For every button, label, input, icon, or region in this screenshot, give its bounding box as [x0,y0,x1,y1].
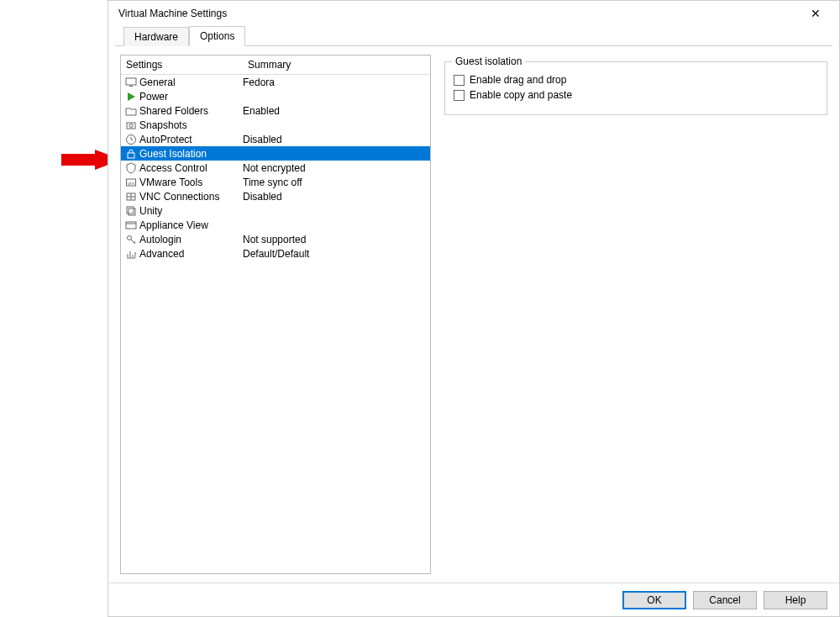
lock-icon [124,147,138,161]
settings-row-appliance-view[interactable]: Appliance View [121,218,430,232]
settings-row-access-control[interactable]: Access ControlNot encrypted [121,161,430,175]
enable-copy-paste-checkbox[interactable]: Enable copy and paste [454,89,818,101]
settings-row-general[interactable]: GeneralFedora [121,75,430,89]
row-label: Power [139,91,243,103]
svg-rect-12 [129,208,135,215]
row-summary: Fedora [243,76,427,88]
row-summary: Not supported [243,234,427,245]
window-title: Virtual Machine Settings [115,8,799,19]
row-label: VNC Connections [139,191,243,203]
settings-row-shared-folders[interactable]: Shared FoldersEnabled [121,103,430,118]
svg-point-5 [129,124,133,127]
settings-dialog: Virtual Machine Settings ✕ Hardware Opti… [108,0,840,617]
row-label: Snapshots [139,119,243,131]
details-panel: Guest isolation Enable drag and drop Ena… [444,55,827,574]
checkbox-icon [454,90,465,101]
group-title: Guest isolation [452,55,525,67]
grid-icon [124,190,138,203]
close-button[interactable]: ✕ [799,7,832,20]
settings-row-guest-isolation[interactable]: Guest Isolation [121,146,430,161]
help-button[interactable]: Help [764,591,827,609]
settings-row-unity[interactable]: Unity [121,203,430,218]
shield-icon [124,161,138,175]
row-summary: Default/Default [243,248,427,260]
cancel-button[interactable]: Cancel [693,591,757,609]
dialog-body: Settings Summary GeneralFedoraPowerShare… [108,46,839,583]
screen-icon [124,219,138,232]
row-label: Appliance View [139,219,243,231]
svg-marker-3 [128,92,135,101]
tab-hardware[interactable]: Hardware [123,27,189,46]
settings-row-snapshots[interactable]: Snapshots [121,118,430,132]
vm-icon: vm [124,176,138,189]
column-settings[interactable]: Settings [121,55,243,74]
settings-row-vnc-connections[interactable]: VNC ConnectionsDisabled [121,189,430,203]
row-label: Access Control [139,162,243,174]
column-summary[interactable]: Summary [243,55,430,74]
window-icon [124,204,138,218]
svg-point-14 [128,235,132,240]
row-summary: Time sync off [243,177,427,188]
settings-row-vmware-tools[interactable]: vmVMware ToolsTime sync off [121,175,430,189]
row-label: VMware Tools [139,177,243,188]
row-summary: Disabled [243,191,427,203]
svg-rect-7 [128,153,134,158]
svg-rect-2 [129,86,133,87]
checkbox-label: Enable copy and paste [470,89,572,101]
settings-row-advanced[interactable]: AdvancedDefault/Default [121,246,430,261]
ok-button[interactable]: OK [622,591,686,609]
titlebar: Virtual Machine Settings ✕ [108,1,839,26]
row-label: Unity [139,205,243,217]
row-label: Guest Isolation [139,148,243,160]
settings-list[interactable]: GeneralFedoraPowerShared FoldersEnabledS… [121,75,430,573]
key-icon [124,233,138,246]
monitor-icon [124,76,138,89]
svg-rect-1 [126,78,136,85]
row-summary: Enabled [243,105,427,117]
chart-icon [124,247,138,261]
checkbox-label: Enable drag and drop [470,74,566,86]
row-label: AutoProtect [139,134,243,145]
dialog-footer: OK Cancel Help [108,583,839,616]
tab-strip: Hardware Options [115,26,832,46]
play-icon [124,90,138,103]
list-header: Settings Summary [121,55,430,75]
row-label: Shared Folders [139,105,243,117]
tab-options[interactable]: Options [189,26,245,46]
folder-icon [124,104,138,118]
row-label: General [139,76,243,88]
svg-text:vm: vm [128,180,134,185]
row-label: Advanced [139,248,243,260]
svg-rect-11 [127,207,134,214]
svg-rect-13 [126,222,136,229]
guest-isolation-group: Guest isolation Enable drag and drop Ena… [444,61,827,115]
checkbox-icon [454,75,465,86]
settings-row-autologin[interactable]: AutologinNot supported [121,232,430,246]
settings-row-power[interactable]: Power [121,89,430,103]
camera-icon [124,119,138,132]
row-summary: Disabled [243,134,427,145]
enable-drag-drop-checkbox[interactable]: Enable drag and drop [454,74,818,86]
clock-icon [124,133,138,146]
row-summary: Not encrypted [243,162,427,174]
settings-row-autoprotect[interactable]: AutoProtectDisabled [121,132,430,146]
row-label: Autologin [139,234,243,245]
settings-list-panel: Settings Summary GeneralFedoraPowerShare… [120,55,431,574]
